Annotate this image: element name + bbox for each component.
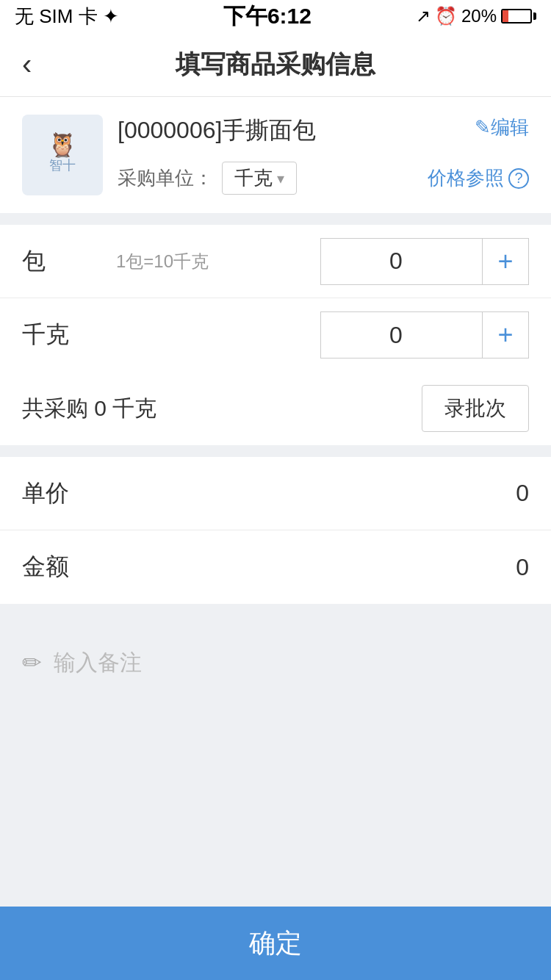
bag-input-control: + xyxy=(320,238,529,285)
back-button[interactable]: ‹ xyxy=(22,48,32,81)
kg-label: 千克 xyxy=(22,319,110,351)
kg-plus-button[interactable]: + xyxy=(482,311,529,359)
input-section: 包 1包=10千克 + 千克 + xyxy=(0,225,551,372)
confirm-button[interactable]: 确定 xyxy=(0,907,551,980)
unit-price-row: 单价 0 xyxy=(0,457,551,530)
product-card: 🦉 智十 [0000006]手撕面包 ✎编辑 采购单位： 千克 ▾ 价格参照 ? xyxy=(0,97,551,213)
status-right: ↗ ⏰ 20% xyxy=(416,6,536,26)
unit-select[interactable]: 千克 ▾ xyxy=(222,162,297,195)
nav-bar: ‹ 填写商品采购信息 xyxy=(0,32,551,97)
edit-button[interactable]: ✎编辑 xyxy=(475,115,529,140)
status-bar: 无 SIM 卡 ✦ 下午6:12 ↗ ⏰ 20% xyxy=(0,0,551,32)
bag-plus-button[interactable]: + xyxy=(482,238,529,285)
status-time: 下午6:12 xyxy=(223,1,311,32)
product-info: [0000006]手撕面包 ✎编辑 采购单位： 千克 ▾ 价格参照 ? xyxy=(118,115,529,195)
bag-input-row: 包 1包=10千克 + xyxy=(0,225,551,298)
product-image: 🦉 智十 xyxy=(22,115,103,195)
battery-percent: 20% xyxy=(461,6,497,26)
batch-button[interactable]: 录批次 xyxy=(422,385,529,432)
product-name: [0000006]手撕面包 xyxy=(118,115,475,147)
pencil-icon: ✏ xyxy=(22,649,42,677)
unit-price-value: 0 xyxy=(516,480,529,507)
status-left: 无 SIM 卡 ✦ xyxy=(15,4,119,29)
bag-quantity-input[interactable] xyxy=(320,238,482,285)
bag-sublabel: 1包=10千克 xyxy=(116,250,209,273)
remark-placeholder: 输入备注 xyxy=(54,648,142,678)
kg-input-control: + xyxy=(320,311,529,359)
alarm-icon: ⏰ xyxy=(435,6,457,26)
total-row: 共采购 0 千克 录批次 xyxy=(0,372,551,445)
unit-label: 采购单位： xyxy=(118,165,213,191)
remark-section[interactable]: ✏ 输入备注 xyxy=(0,604,551,721)
amount-value: 0 xyxy=(516,554,529,581)
page-title: 填写商品采购信息 xyxy=(176,48,375,82)
location-icon: ↗ xyxy=(416,6,431,26)
battery-icon xyxy=(501,9,536,24)
kg-input-row: 千克 + xyxy=(0,298,551,372)
help-icon[interactable]: ? xyxy=(508,168,529,189)
price-ref-button[interactable]: 价格参照 ? xyxy=(428,165,529,191)
chevron-down-icon: ▾ xyxy=(277,170,284,187)
brand-logo: 🦉 xyxy=(37,133,88,156)
brand-text: 智十 xyxy=(37,156,88,174)
price-section: 单价 0 金额 0 xyxy=(0,457,551,604)
section-separator-1 xyxy=(0,213,551,225)
bag-label: 包 xyxy=(22,245,110,278)
kg-quantity-input[interactable] xyxy=(320,311,482,359)
section-separator-2 xyxy=(0,445,551,457)
amount-row: 金额 0 xyxy=(0,530,551,604)
total-label: 共采购 0 千克 xyxy=(22,394,156,424)
amount-label: 金额 xyxy=(22,551,69,583)
unit-price-label: 单价 xyxy=(22,478,69,510)
unit-value: 千克 xyxy=(234,165,273,191)
